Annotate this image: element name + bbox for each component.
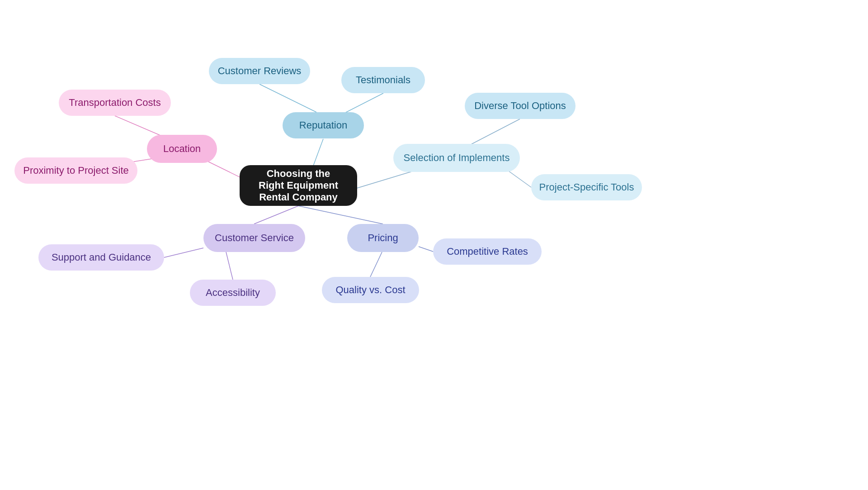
node-transportation-costs: Transportation Costs	[59, 90, 171, 116]
center-node: Choosing the Right Equipment Rental Comp…	[240, 165, 357, 206]
label-selection: Selection of Implements	[404, 152, 510, 164]
svg-line-3	[254, 206, 298, 224]
label-project-tools: Project-Specific Tools	[539, 181, 634, 193]
node-diverse-tools: Diverse Tool Options	[465, 93, 576, 119]
node-support: Support and Guidance	[38, 244, 164, 271]
svg-line-12	[226, 252, 233, 280]
node-quality-cost: Quality vs. Cost	[322, 277, 419, 303]
svg-line-5	[259, 84, 316, 112]
label-reputation: Reputation	[299, 119, 347, 131]
svg-line-9	[470, 119, 520, 145]
node-competitive-rates: Competitive Rates	[433, 238, 542, 265]
label-proximity: Proximity to Project Site	[23, 165, 129, 176]
svg-line-4	[298, 206, 383, 224]
label-customer-reviews: Customer Reviews	[218, 65, 302, 77]
svg-line-11	[164, 248, 203, 257]
node-location: Location	[147, 135, 217, 163]
node-accessibility: Accessibility	[190, 280, 276, 306]
node-customer-service: Customer Service	[203, 224, 305, 252]
node-pricing: Pricing	[347, 224, 419, 252]
node-project-tools: Project-Specific Tools	[531, 174, 642, 200]
node-selection: Selection of Implements	[393, 144, 520, 172]
label-location: Location	[163, 143, 201, 155]
node-testimonials: Testimonials	[341, 67, 425, 93]
label-testimonials: Testimonials	[356, 74, 410, 86]
center-label: Choosing the Right Equipment Rental Comp…	[254, 168, 343, 203]
label-accessibility: Accessibility	[206, 287, 260, 299]
label-quality-cost: Quality vs. Cost	[335, 284, 405, 296]
label-diverse-tools: Diverse Tool Options	[474, 100, 566, 112]
node-customer-reviews: Customer Reviews	[209, 58, 310, 84]
label-pricing: Pricing	[368, 232, 398, 244]
label-transportation-costs: Transportation Costs	[69, 97, 160, 109]
node-reputation: Reputation	[283, 112, 364, 138]
node-proximity: Proximity to Project Site	[14, 157, 137, 184]
svg-line-14	[370, 252, 382, 277]
svg-line-13	[419, 247, 433, 252]
label-customer-service: Customer Service	[215, 232, 294, 244]
label-support: Support and Guidance	[52, 252, 151, 263]
label-competitive-rates: Competitive Rates	[447, 246, 528, 257]
